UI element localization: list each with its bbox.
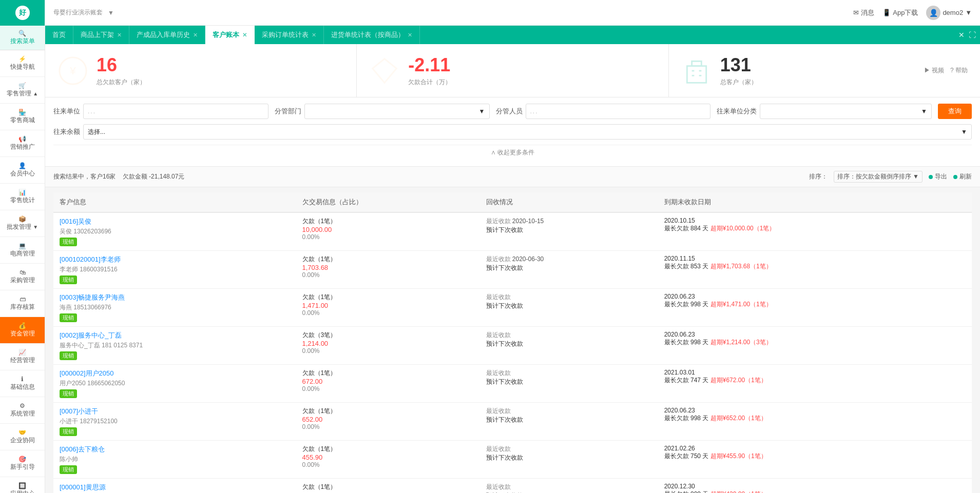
tabs-close-all-icon[interactable]: ✕ (958, 31, 965, 39)
refresh-button[interactable]: 刷新 (953, 172, 972, 181)
owing-count: 欠款（1笔） (302, 255, 474, 264)
help-button[interactable]: ? 帮助 (950, 66, 968, 75)
overdue-link[interactable]: 超期¥1,703.68（1笔） (710, 263, 772, 270)
query-button[interactable]: 查询 (938, 104, 972, 119)
due-date-cell: 2020.10.15 最长欠款 884 天 超期¥10,000.00（1笔） (658, 212, 972, 251)
tab-customer-account[interactable]: 客户账本 ✕ (205, 26, 255, 44)
user-menu[interactable]: 👤 demo2 ▼ (926, 6, 972, 20)
overdue-link[interactable]: 超期¥1,471.00（1笔） (710, 301, 772, 308)
sidebar-item-system[interactable]: ⚙ 系统管理 (0, 397, 45, 424)
overdue-link[interactable]: 超期¥455.90（1笔） (710, 452, 767, 460)
customer-name-link[interactable]: [000001]黄思源 (60, 483, 290, 492)
svg-text:¥: ¥ (69, 65, 76, 76)
sidebar-item-marketing[interactable]: 📢 营销推广 (0, 130, 45, 157)
main-area: 母婴行业演示账套 ▼ ✉ 消息 📱 App下载 👤 demo2 ▼ 首页 (45, 0, 980, 493)
owing-amount[interactable]: 10,000.00 (302, 226, 474, 233)
filter-balance-label: 往来余额 (53, 127, 80, 136)
overdue-link[interactable]: 超期¥672.00（1笔） (710, 377, 767, 384)
appstore-icon: 🔲 (2, 482, 43, 489)
tab-customer-account-label: 客户账本 (213, 30, 239, 40)
app-icon: 📱 (882, 9, 891, 16)
balance-chevron-icon: ▼ (961, 128, 967, 135)
sidebar-item-finance[interactable]: 💰 资金管理 (0, 317, 45, 344)
sidebar-item-ecommerce[interactable]: 💻 电商管理 (0, 237, 45, 264)
customer-name-link[interactable]: [000002]用户2050 (60, 369, 290, 378)
filter-from-unit-input[interactable]: ... (83, 104, 268, 119)
overdue-link[interactable]: 超期¥1,214.00（3笔） (710, 339, 772, 346)
stat-card-owing-amount: -2.11 欠款合计（万） (357, 44, 668, 97)
filter-collapse-button[interactable]: ∧ 收起更多条件 (53, 145, 972, 160)
customer-name-link[interactable]: [0006]去下粮仓 (60, 445, 290, 454)
owing-amount[interactable]: 455.90 (302, 453, 474, 461)
quicknav-icon: ⚡ (2, 55, 43, 63)
sidebar-item-basic[interactable]: ℹ 基础信息 (0, 370, 45, 397)
stat-info-owing-amount: -2.11 欠款合计（万） (408, 54, 451, 87)
owing-amount[interactable]: 1,214.00 (302, 340, 474, 347)
sidebar-nav: ⚡ 快捷导航 🛒 零售管理 ▲ 🏪 零售商城 📢 营销推广 👤 会员中心 📊 零… (0, 50, 45, 493)
recent-label: 最近收款 (486, 445, 511, 452)
customer-name-link[interactable]: [0016]吴俊 (60, 217, 290, 226)
sidebar-item-retail[interactable]: 🛒 零售管理 ▲ (0, 77, 45, 104)
building-icon (681, 55, 712, 86)
filter-manager-input[interactable]: ... (526, 104, 711, 119)
sidebar-item-retailstats[interactable]: 📊 零售统计 (0, 184, 45, 210)
sidebar-item-appstore[interactable]: 🔲 应用中心 (0, 477, 45, 493)
sidebar-item-retailshop[interactable]: 🏪 零售商城 (0, 104, 45, 130)
owing-amount[interactable]: 672.00 (302, 378, 474, 385)
tab-home[interactable]: 首页 (45, 26, 73, 44)
sidebar-item-purchase[interactable]: 🛍 采购管理 (0, 264, 45, 290)
sidebar-search-menu[interactable]: 🔍 搜索菜单 (0, 26, 45, 50)
sidebar-item-wholesale[interactable]: 📦 批发管理 ▼ (0, 210, 45, 237)
tab-incoming-stats-label: 进货单统计表（按商品） (331, 30, 405, 40)
topbar-dropdown-icon[interactable]: ▼ (108, 9, 114, 16)
tab-goods-onoff-close[interactable]: ✕ (117, 32, 122, 38)
filter-area: 往来单位 ... 分管部门 ▼ 分管人员 ... (45, 97, 980, 167)
filter-unit-category: 往来单位分类 ▼ (717, 104, 932, 119)
app-download-button[interactable]: 📱 App下载 (882, 8, 918, 17)
sidebar-item-guide[interactable]: 🎯 新手引导 (0, 450, 45, 477)
tab-product-history[interactable]: 产成品入库单历史 ✕ (129, 26, 205, 44)
tab-incoming-stats[interactable]: 进货单统计表（按商品） ✕ (324, 26, 420, 44)
video-button[interactable]: ▶ 视频 (924, 66, 944, 75)
due-date: 2020.06.23 (664, 331, 966, 338)
max-overdue: 最长欠款 998 天 超期¥1,214.00（3笔） (664, 338, 966, 347)
overdue-link[interactable]: 超期¥429.00（1笔） (710, 490, 767, 493)
sidebar-item-member[interactable]: 👤 会员中心 (0, 157, 45, 184)
overdue-link[interactable]: 超期¥652.00（1笔） (710, 415, 767, 422)
filter-dept-label: 分管部门 (275, 107, 301, 116)
filter-balance-select[interactable]: 选择... ▼ (83, 124, 972, 140)
guide-icon: 🎯 (2, 456, 43, 463)
stat-label-owing-amount: 欠款合计（万） (408, 78, 451, 87)
tab-product-history-close[interactable]: ✕ (193, 32, 198, 38)
customer-name-link[interactable]: [0001020001]李老师 (60, 255, 290, 264)
filter-dept-select[interactable]: ▼ (304, 104, 490, 119)
customer-name-link[interactable]: [0007]小进干 (60, 407, 290, 416)
max-overdue: 最长欠款 747 天 超期¥672.00（1笔） (664, 376, 966, 385)
tab-goods-onoff[interactable]: 商品上下架 ✕ (73, 26, 129, 44)
message-button[interactable]: ✉ 消息 (853, 8, 874, 17)
sidebar-item-business[interactable]: 📈 经营管理 (0, 344, 45, 370)
sidebar-item-quicknav[interactable]: ⚡ 快捷导航 (0, 50, 45, 77)
sidebar-item-collab[interactable]: 🤝 企业协同 (0, 424, 45, 450)
tabs-expand-icon[interactable]: ⛶ (969, 31, 976, 39)
overdue-link[interactable]: 超期¥10,000.00（1笔） (710, 225, 776, 232)
customer-name-link[interactable]: [0003]畅捷服务尹海燕 (60, 293, 290, 302)
max-overdue: 最长欠款 750 天 超期¥455.90（1笔） (664, 452, 966, 461)
export-button[interactable]: 导出 (929, 172, 947, 181)
result-customers: 搜索结果中，客户16家 (53, 173, 116, 180)
tab-purchase-stats[interactable]: 采购订单统计表 ✕ (255, 26, 324, 44)
sort-select[interactable]: 排序：按欠款金额倒序排序 ▼ (834, 171, 923, 183)
owing-amount[interactable]: 1,703.68 (302, 264, 474, 271)
tab-customer-account-close[interactable]: ✕ (242, 32, 247, 38)
owing-amount[interactable]: 652.00 (302, 416, 474, 423)
customer-tag: 现销 (60, 465, 77, 474)
customer-name-link[interactable]: [0002]服务中心_丁磊 (60, 331, 290, 340)
stats-row: ¥ 16 总欠款客户（家） -2.11 欠款合计（万） (45, 44, 980, 97)
sidebar-item-inventory[interactable]: 🗃 库存核算 (0, 290, 45, 317)
stat-label-total-customers: 总客户（家） (720, 78, 757, 87)
tab-purchase-stats-close[interactable]: ✕ (312, 32, 316, 38)
owing-amount[interactable]: 1,471.00 (302, 302, 474, 309)
tab-incoming-stats-close[interactable]: ✕ (408, 32, 412, 38)
filter-unit-category-select[interactable]: ▼ (760, 104, 932, 119)
table-row: [000001]黄思源 黄思源 13552700226 现销 欠款（1笔） 42… (53, 479, 972, 494)
